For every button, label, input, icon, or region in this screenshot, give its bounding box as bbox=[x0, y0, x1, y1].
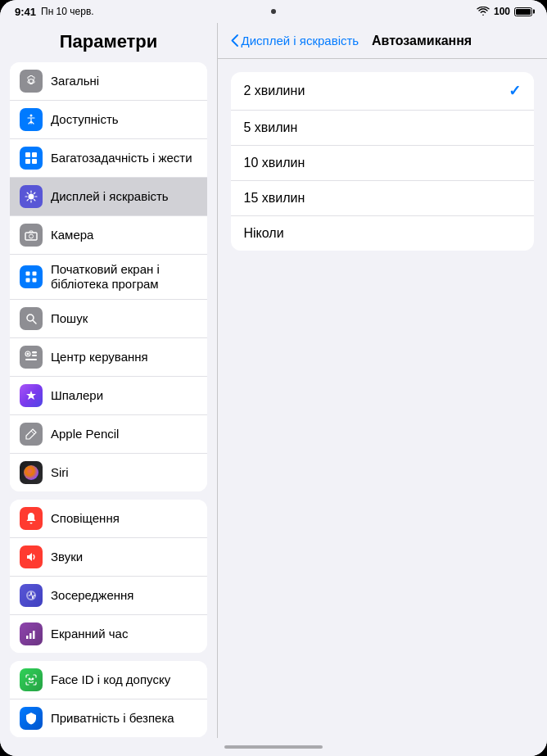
svg-rect-2 bbox=[32, 152, 37, 157]
svg-point-12 bbox=[27, 315, 34, 321]
svg-rect-8 bbox=[26, 272, 30, 276]
focus-icon bbox=[20, 584, 43, 607]
option-label-optnever: Ніколи bbox=[244, 226, 284, 241]
sidebar-item-camera[interactable]: Камера bbox=[10, 216, 207, 255]
svg-rect-15 bbox=[25, 359, 37, 360]
svg-rect-1 bbox=[25, 152, 30, 157]
sidebar-item-sounds-label: Звуки bbox=[51, 550, 83, 564]
option-item-opt10[interactable]: 10 хвилин bbox=[231, 146, 535, 181]
sidebar-item-privacy[interactable]: Приватність і безпека bbox=[10, 699, 207, 737]
svg-rect-11 bbox=[33, 278, 37, 283]
sidebar-item-accessibility-label: Доступність bbox=[51, 112, 119, 127]
sidebar-item-homescreen-label: Початковий екран і бібліотека програм bbox=[51, 262, 197, 292]
detail-title: Автозамикання bbox=[310, 34, 534, 48]
chevron-left-icon bbox=[231, 34, 238, 47]
sidebar-group-1: Загальні Доступність bbox=[10, 62, 207, 491]
sidebar-item-pencil[interactable]: Apple Pencil bbox=[10, 415, 207, 454]
option-label-opt2: 2 хвилини bbox=[244, 84, 305, 98]
battery-percent: 100 bbox=[494, 6, 510, 17]
svg-point-7 bbox=[29, 234, 34, 238]
sidebar-item-search[interactable]: Пошук bbox=[10, 300, 207, 338]
sidebar-item-wallpaper[interactable]: Шпалери bbox=[10, 377, 207, 415]
detail-content: 2 хвилини✓5 хвилин10 хвилин15 хвилинНіко… bbox=[218, 59, 548, 738]
option-item-opt5[interactable]: 5 хвилин bbox=[231, 111, 535, 146]
svg-rect-19 bbox=[29, 633, 32, 639]
battery-fill bbox=[516, 9, 531, 15]
sidebar-content: Загальні Доступність bbox=[0, 62, 217, 738]
sidebar-item-control[interactable]: Центр керування bbox=[10, 338, 207, 377]
display-icon bbox=[20, 185, 43, 208]
sidebar-item-faceid-label: Face ID і код допуску bbox=[51, 672, 170, 687]
sidebar-item-sounds[interactable]: Звуки bbox=[10, 538, 207, 577]
screentime-icon bbox=[20, 622, 43, 645]
svg-point-21 bbox=[29, 678, 30, 680]
home-indicator bbox=[0, 738, 547, 756]
control-icon bbox=[20, 346, 43, 369]
checkmark-icon: ✓ bbox=[509, 82, 521, 100]
battery-icon bbox=[514, 7, 532, 16]
homescreen-icon bbox=[20, 265, 43, 288]
siri-icon bbox=[20, 461, 43, 484]
sidebar-group-2: Сповіщення Звуки bbox=[10, 500, 207, 653]
sidebar-item-notifications-label: Сповіщення bbox=[51, 511, 120, 526]
sidebar-item-privacy-label: Приватність і безпека bbox=[51, 711, 174, 726]
sidebar: Параметри Загальні bbox=[0, 23, 217, 738]
camera-dot bbox=[271, 9, 276, 14]
camera-icon bbox=[20, 224, 43, 247]
sidebar-item-general[interactable]: Загальні bbox=[10, 62, 207, 101]
sidebar-item-search-label: Пошук bbox=[51, 311, 88, 326]
option-item-optnever[interactable]: Ніколи bbox=[231, 216, 535, 251]
sidebar-item-multitasking[interactable]: Багатозадачність і жести bbox=[10, 139, 207, 178]
pencil-icon bbox=[20, 423, 43, 446]
svg-rect-3 bbox=[25, 159, 30, 164]
sidebar-item-siri-label: Siri bbox=[51, 465, 69, 480]
sidebar-item-focus-label: Зосередження bbox=[51, 588, 133, 603]
option-item-opt15[interactable]: 15 хвилин bbox=[231, 181, 535, 216]
privacy-icon bbox=[20, 707, 43, 730]
status-day: Пн 10 черв. bbox=[41, 6, 94, 17]
svg-point-22 bbox=[32, 678, 34, 680]
sidebar-item-focus[interactable]: Зосередження bbox=[10, 577, 207, 615]
sidebar-item-display-label: Дисплей і яскравість bbox=[51, 189, 169, 204]
svg-rect-10 bbox=[26, 278, 30, 283]
status-bar-left: 9:41 Пн 10 черв. bbox=[15, 6, 94, 18]
svg-rect-9 bbox=[33, 272, 37, 276]
accessibility-icon bbox=[20, 108, 43, 131]
sidebar-item-general-label: Загальні bbox=[51, 74, 99, 88]
sidebar-item-wallpaper-label: Шпалери bbox=[51, 388, 103, 403]
option-label-opt5: 5 хвилин bbox=[244, 120, 298, 135]
sidebar-item-camera-label: Камера bbox=[51, 228, 93, 242]
notifications-icon bbox=[20, 507, 43, 530]
status-bar-right: 100 bbox=[477, 6, 532, 17]
sidebar-group-3: Face ID і код допуску Приватність і безп… bbox=[10, 661, 207, 737]
sidebar-item-faceid[interactable]: Face ID і код допуску bbox=[10, 661, 207, 699]
sounds-icon bbox=[20, 545, 43, 568]
svg-point-0 bbox=[30, 115, 33, 117]
sidebar-item-pencil-label: Apple Pencil bbox=[51, 427, 119, 441]
svg-rect-18 bbox=[26, 636, 29, 639]
svg-rect-16 bbox=[32, 355, 37, 356]
wallpaper-icon bbox=[20, 384, 43, 407]
sidebar-item-screentime-label: Екранний час bbox=[51, 627, 128, 641]
sidebar-header: Параметри bbox=[0, 23, 217, 62]
screen: 9:41 Пн 10 черв. 100 Параметри bbox=[0, 0, 547, 756]
sidebar-item-notifications[interactable]: Сповіщення bbox=[10, 500, 207, 538]
home-bar bbox=[224, 745, 323, 749]
search-icon bbox=[20, 307, 43, 330]
option-label-opt15: 15 хвилин bbox=[244, 191, 305, 206]
svg-rect-6 bbox=[25, 233, 37, 240]
sidebar-item-multitasking-label: Багатозадачність і жести bbox=[51, 151, 192, 165]
sidebar-item-siri[interactable]: Siri bbox=[10, 454, 207, 491]
sidebar-item-screentime[interactable]: Екранний час bbox=[10, 615, 207, 653]
sidebar-item-display[interactable]: Дисплей і яскравість bbox=[10, 178, 207, 216]
status-time: 9:41 bbox=[15, 6, 36, 18]
sidebar-item-homescreen[interactable]: Початковий екран і бібліотека програм bbox=[10, 255, 207, 300]
svg-rect-14 bbox=[32, 351, 37, 354]
option-label-opt10: 10 хвилин bbox=[244, 156, 305, 170]
sidebar-item-accessibility[interactable]: Доступність bbox=[10, 101, 207, 139]
options-group: 2 хвилини✓5 хвилин10 хвилин15 хвилинНіко… bbox=[231, 72, 535, 251]
svg-rect-20 bbox=[33, 631, 35, 639]
wifi-icon bbox=[477, 7, 490, 16]
option-item-opt2[interactable]: 2 хвилини✓ bbox=[231, 72, 535, 111]
gear-icon bbox=[20, 70, 43, 93]
